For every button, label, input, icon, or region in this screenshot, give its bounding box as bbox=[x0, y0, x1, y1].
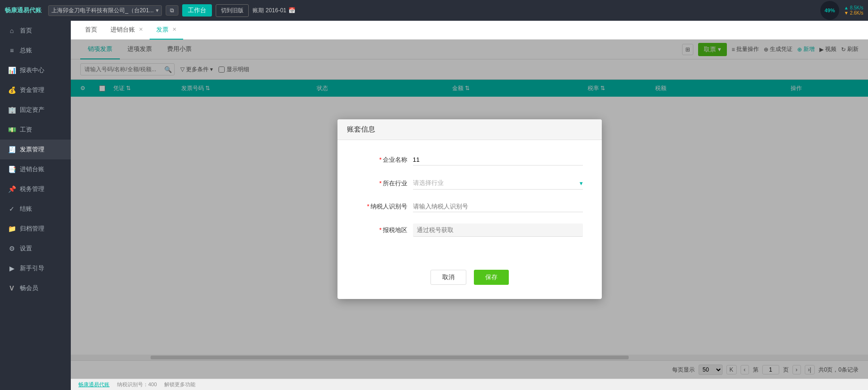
status-info2: 解锁更多功能 bbox=[164, 381, 195, 388]
company-name-label: *企业名称 bbox=[356, 156, 413, 164]
reports-icon: 📊 bbox=[8, 66, 16, 74]
close-invoice-tab[interactable]: ✕ bbox=[172, 26, 177, 33]
tax-icon: 📌 bbox=[8, 185, 16, 193]
sidebar-item-guide[interactable]: ▶ 新手引导 bbox=[0, 258, 71, 278]
sidebar-item-archive[interactable]: 📁 归档管理 bbox=[0, 219, 71, 239]
funds-icon: 💰 bbox=[8, 86, 16, 94]
sidebar-label-guide: 新手引导 bbox=[20, 264, 44, 273]
sidebar-label-settings: 设置 bbox=[20, 244, 32, 253]
save-button[interactable]: 保存 bbox=[474, 270, 509, 285]
sidebar-label-settlement: 结账 bbox=[20, 205, 32, 213]
sidebar-label-funds: 资金管理 bbox=[20, 86, 44, 94]
home-icon: ⌂ bbox=[8, 27, 16, 34]
sidebar-label-assets: 固定资产 bbox=[20, 106, 44, 114]
sidebar-item-reports[interactable]: 📊 报表中心 bbox=[0, 60, 71, 80]
account-info-dialog: 账套信息 *企业名称 *所在行业 bbox=[337, 119, 602, 299]
tab-bar: 首页 进销台账 ✕ 发票 ✕ bbox=[71, 21, 868, 40]
tab-invoice[interactable]: 发票 ✕ bbox=[150, 21, 183, 40]
sidebar-label-payroll: 工资 bbox=[20, 125, 32, 134]
industry-dropdown-icon: ▾ bbox=[580, 180, 583, 187]
sidebar-item-settlement[interactable]: ✓ 结账 bbox=[0, 199, 71, 219]
payroll-icon: 💵 bbox=[8, 126, 16, 133]
workbench-button[interactable]: 工作台 bbox=[182, 4, 212, 17]
close-sales-ledger-tab[interactable]: ✕ bbox=[139, 26, 143, 33]
sidebar-item-payroll[interactable]: 💵 工资 bbox=[0, 120, 71, 140]
sidebar-label-member: 畅会员 bbox=[20, 284, 38, 292]
tax-region-input bbox=[413, 224, 583, 237]
dialog-title: 账套信息 bbox=[337, 119, 602, 140]
assets-icon: 🏢 bbox=[8, 106, 16, 114]
status-link[interactable]: 畅康通易代账 bbox=[78, 381, 110, 388]
old-version-button[interactable]: 切到旧版 bbox=[216, 4, 249, 17]
tax-region-label: *报税地区 bbox=[356, 226, 413, 234]
sidebar: ⌂ 首页 ≡ 总账 📊 报表中心 💰 资金管理 🏢 固定资产 💵 工资 🧾 发票… bbox=[0, 21, 71, 390]
sidebar-item-funds[interactable]: 💰 资金管理 bbox=[0, 80, 71, 100]
copy-icon-btn[interactable]: ⧉ bbox=[166, 5, 178, 16]
network-indicator: 49% bbox=[820, 1, 839, 20]
dialog-overlay: 账套信息 *企业名称 *所在行业 bbox=[71, 40, 868, 379]
sidebar-item-home[interactable]: ⌂ 首页 bbox=[0, 21, 71, 41]
member-icon: V bbox=[8, 284, 16, 292]
sidebar-label-invoice: 发票管理 bbox=[20, 145, 44, 154]
tab-home[interactable]: 首页 bbox=[78, 21, 104, 40]
industry-placeholder: 请选择行业 bbox=[413, 179, 444, 187]
app-logo: 畅康通易代账 bbox=[5, 6, 42, 15]
sidebar-label-archive: 归档管理 bbox=[20, 224, 44, 233]
sidebar-label-reports: 报表中心 bbox=[20, 66, 44, 75]
industry-select[interactable]: 请选择行业 ▾ bbox=[413, 177, 583, 190]
form-row-industry: *所在行业 请选择行业 ▾ bbox=[356, 177, 583, 190]
invoice-icon: 🧾 bbox=[8, 146, 16, 153]
settings-icon: ⚙ bbox=[8, 245, 16, 252]
company-selector[interactable]: 上海卯金刀电子科技有限公司_（台201... ▾ bbox=[48, 5, 162, 16]
company-name: 上海卯金刀电子科技有限公司_（台201... bbox=[51, 7, 154, 15]
network-speed: ▲ 8.5K/s ▼ 2.6K/s bbox=[844, 5, 863, 16]
calendar-icon[interactable]: 📅 bbox=[288, 7, 295, 14]
settlement-icon: ✓ bbox=[8, 205, 16, 213]
form-row-tax-id: *纳税人识别号 bbox=[356, 201, 583, 212]
sidebar-item-sales-ledger[interactable]: 📑 进销台账 bbox=[0, 159, 71, 179]
sidebar-label-ledger: 总账 bbox=[20, 46, 32, 55]
sidebar-item-ledger[interactable]: ≡ 总账 bbox=[0, 41, 71, 60]
period-display: 账期 2016-01 📅 bbox=[253, 7, 295, 15]
company-name-input[interactable] bbox=[413, 154, 583, 166]
sidebar-item-member[interactable]: V 畅会员 bbox=[0, 278, 71, 298]
cancel-button[interactable]: 取消 bbox=[430, 270, 466, 285]
guide-icon: ▶ bbox=[8, 265, 16, 272]
form-row-tax-region: *报税地区 bbox=[356, 224, 583, 237]
sidebar-item-assets[interactable]: 🏢 固定资产 bbox=[0, 100, 71, 120]
tab-sales-ledger[interactable]: 进销台账 ✕ bbox=[104, 21, 150, 40]
industry-label: *所在行业 bbox=[356, 179, 413, 188]
archive-icon: 📁 bbox=[8, 225, 16, 232]
sidebar-label-sales-ledger: 进销台账 bbox=[20, 165, 44, 174]
form-row-company-name: *企业名称 bbox=[356, 154, 583, 166]
tax-id-label: *纳税人识别号 bbox=[356, 202, 413, 211]
invoice-page: 销项发票 进项发票 费用小票 ⊞ 取票 ▾ ≡ bbox=[71, 40, 868, 379]
sidebar-item-tax[interactable]: 📌 税务管理 bbox=[0, 179, 71, 199]
company-dropdown-icon: ▾ bbox=[156, 7, 159, 14]
sidebar-label-home: 首页 bbox=[20, 26, 32, 35]
dialog-footer: 取消 保存 bbox=[337, 262, 602, 299]
sidebar-item-settings[interactable]: ⚙ 设置 bbox=[0, 239, 71, 258]
status-info1: 纳税识别号：400 bbox=[117, 381, 157, 388]
sidebar-item-invoice[interactable]: 🧾 发票管理 bbox=[0, 140, 71, 159]
status-bar: 畅康通易代账 纳税识别号：400 解锁更多功能 bbox=[71, 379, 868, 390]
top-bar: 畅康通易代账 上海卯金刀电子科技有限公司_（台201... ▾ ⧉ 工作台 切到… bbox=[0, 0, 868, 21]
sales-ledger-icon: 📑 bbox=[8, 166, 16, 173]
sidebar-label-tax: 税务管理 bbox=[20, 185, 44, 193]
tax-id-input[interactable] bbox=[413, 201, 583, 212]
dialog-body: *企业名称 *所在行业 请选择行业 ▾ bbox=[337, 140, 602, 262]
ledger-icon: ≡ bbox=[8, 47, 16, 54]
